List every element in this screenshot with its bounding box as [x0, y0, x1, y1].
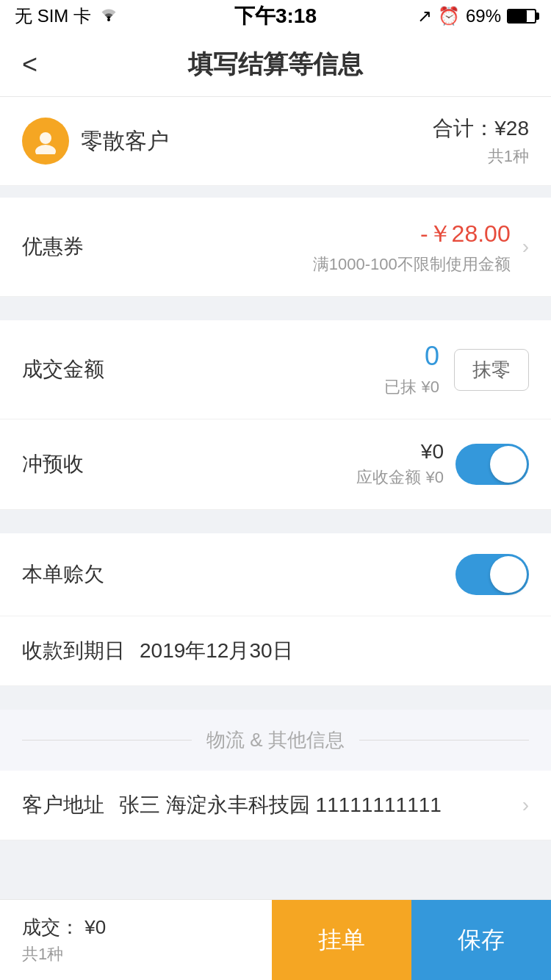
customer-row: 零散客户 合计：¥28 共1种	[0, 97, 551, 186]
prepay-right: ¥0 应收金额 ¥0	[356, 440, 529, 489]
line-left	[22, 740, 192, 741]
date-row: 收款到期日 2019年12月30日	[0, 616, 551, 686]
prepay-main: ¥0	[356, 440, 444, 464]
debt-label: 本单赊欠	[22, 561, 104, 588]
avatar	[22, 118, 69, 165]
status-time: 下午3:18	[234, 2, 317, 30]
prepay-toggle[interactable]	[455, 444, 529, 485]
svg-point-0	[107, 18, 110, 21]
footer-deal-amount: ¥0	[84, 916, 106, 938]
hang-button[interactable]: 挂单	[272, 900, 411, 980]
address-row[interactable]: 客户地址 张三 海淀永丰科技园 11111111111 ›	[0, 771, 551, 840]
status-bar: 无 SIM 卡 下午3:18 ↗ ⏰ 69%	[0, 0, 551, 32]
customer-section: 零散客户 合计：¥28 共1种	[0, 97, 551, 186]
back-button[interactable]: <	[22, 49, 37, 80]
prepay-row: 冲预收 ¥0 应收金额 ¥0	[0, 419, 551, 510]
logistics-section: 物流 & 其他信息 客户地址 张三 海淀永丰科技园 11111111111 ›	[0, 710, 551, 840]
coupon-section: 优惠券 -￥28.00 满1000-100不限制使用金额 ›	[0, 198, 551, 297]
nav-bar: < 填写结算等信息	[0, 32, 551, 97]
svg-point-2	[35, 145, 56, 154]
customer-total: 合计：¥28	[433, 115, 529, 143]
alarm-icon: ⏰	[438, 6, 460, 26]
deal-value[interactable]: 0	[425, 341, 439, 372]
deal-section: 成交金额 0 已抹 ¥0 抹零 冲预收 ¥0 应收金额 ¥0	[0, 320, 551, 510]
debt-toggle-knob	[490, 556, 527, 593]
save-button[interactable]: 保存	[411, 900, 551, 980]
footer-deal: 成交： ¥0	[22, 915, 250, 940]
svg-point-1	[40, 132, 51, 144]
address-label: 客户地址	[22, 791, 104, 819]
footer-count: 共1种	[22, 943, 250, 965]
logistics-header: 物流 & 其他信息	[0, 710, 551, 771]
address-chevron-icon: ›	[522, 793, 529, 817]
footer: 成交： ¥0 共1种 挂单 保存	[0, 899, 551, 980]
battery-percent: 69%	[466, 6, 501, 26]
battery-icon	[507, 9, 536, 24]
customer-name: 零散客户	[81, 126, 169, 156]
customer-count: 共1种	[433, 145, 529, 167]
debt-section: 本单赊欠 收款到期日 2019年12月30日	[0, 533, 551, 686]
customer-left: 零散客户	[22, 118, 169, 165]
coupon-info: -￥28.00 满1000-100不限制使用金额	[313, 218, 511, 275]
coupon-desc: 满1000-100不限制使用金额	[313, 253, 511, 275]
footer-info: 成交： ¥0 共1种	[0, 900, 272, 980]
round-button[interactable]: 抹零	[454, 349, 529, 391]
content: 零散客户 合计：¥28 共1种 优惠券 -￥28.00 满1000-100不限制…	[0, 97, 551, 940]
deal-amount-col: 0 已抹 ¥0	[384, 341, 439, 398]
customer-right: 合计：¥28 共1种	[433, 115, 529, 167]
wifi-icon	[98, 6, 119, 26]
deal-label: 成交金额	[22, 356, 104, 383]
location-icon: ↗	[417, 6, 432, 26]
due-date-label: 收款到期日	[22, 637, 125, 665]
prepay-sub: 应收金额 ¥0	[356, 466, 444, 489]
prepay-amounts: ¥0 应收金额 ¥0	[356, 440, 444, 489]
coupon-row[interactable]: 优惠券 -￥28.00 满1000-100不限制使用金额 ›	[0, 198, 551, 297]
page-title: 填写结算等信息	[188, 48, 363, 82]
deal-sub: 已抹 ¥0	[384, 376, 439, 398]
due-date-value[interactable]: 2019年12月30日	[140, 637, 293, 665]
chevron-right-icon: ›	[522, 235, 529, 259]
footer-deal-label: 成交：	[22, 916, 79, 938]
debt-toggle[interactable]	[455, 554, 529, 595]
deal-amount-row: 成交金额 0 已抹 ¥0 抹零	[22, 341, 529, 398]
address-value: 张三 海淀永丰科技园 11111111111	[119, 791, 522, 819]
line-right	[359, 740, 529, 741]
deal-row: 成交金额 0 已抹 ¥0 抹零	[0, 320, 551, 419]
coupon-amount: -￥28.00	[313, 218, 511, 251]
logistics-title: 物流 & 其他信息	[206, 727, 345, 753]
divider-1	[0, 309, 551, 320]
deal-input-area: 0 已抹 ¥0 抹零	[384, 341, 529, 398]
carrier-text: 无 SIM 卡	[15, 4, 91, 28]
coupon-label: 优惠券	[22, 233, 84, 261]
coupon-right: -￥28.00 满1000-100不限制使用金额 ›	[313, 218, 529, 275]
status-right: ↗ ⏰ 69%	[417, 6, 536, 26]
divider-2	[0, 522, 551, 533]
divider-3	[0, 698, 551, 710]
prepay-label: 冲预收	[22, 450, 84, 478]
debt-row: 本单赊欠	[0, 533, 551, 616]
status-left: 无 SIM 卡	[15, 4, 119, 28]
toggle-knob	[490, 446, 527, 483]
